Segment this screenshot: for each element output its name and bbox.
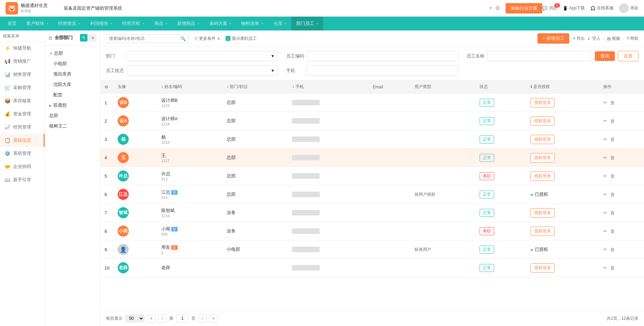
nav-tab-warehouse[interactable]: 仓库 × [269, 17, 291, 30]
dept-node-parent1[interactable]: ▼ 总部 [45, 48, 100, 59]
sidebar-item-basic[interactable]: 📋 基础信息 [0, 134, 45, 147]
nav-tab-barcode[interactable]: 条码方案 × [205, 17, 236, 30]
nav-tab-customer[interactable]: 客户联络 × [21, 17, 53, 30]
edit-icon[interactable]: ✏ [603, 136, 607, 142]
delete-icon[interactable]: 🗑 [610, 265, 615, 271]
th-dept[interactable]: ↕ 部门/职位 [223, 80, 288, 94]
close-customer-tab[interactable]: × [46, 21, 48, 26]
more-filter-btn[interactable]: ▽ 更多条件 ∧ [192, 34, 223, 43]
delete-icon[interactable]: 🗑 [610, 155, 615, 160]
delete-icon[interactable]: 🗑 [610, 192, 615, 197]
delete-icon[interactable]: 🗑 [610, 228, 615, 234]
dept-node-dispatch[interactable]: 配货 [45, 90, 100, 100]
auth-login-btn[interactable]: 授权登录 [530, 171, 555, 181]
auth-login-btn[interactable]: 授权登录 [530, 135, 555, 144]
edit-icon[interactable]: ✏ [603, 228, 607, 234]
edit-icon[interactable]: ✏ [603, 155, 607, 160]
sidebar-item-operations[interactable]: 📈 经营管理 [0, 121, 45, 134]
nav-tab-bom[interactable]: 物料清单 × [236, 17, 268, 30]
dept-edit-btn[interactable]: ✎ [80, 34, 88, 42]
last-page-btn[interactable]: » [209, 314, 218, 323]
sidebar-item-system[interactable]: ⚙️ 系统管理 [0, 147, 45, 160]
dept-node-shuanglu[interactable]: ▶ 双鹿想 [45, 100, 100, 111]
edit-icon[interactable]: ✏ [603, 118, 607, 124]
import-btn[interactable]: ↙ 导入 [588, 36, 600, 42]
online-service-item[interactable]: 🎧 在线客服 [590, 5, 614, 11]
edit-icon[interactable]: ✏ [603, 100, 607, 105]
auth-login-btn[interactable]: 授权登录 [530, 227, 555, 236]
user-item[interactable]: 用友 [619, 3, 638, 13]
sidebar-item-inventory[interactable]: 📦 库存核算 [0, 94, 45, 107]
export-btn[interactable]: ↗ 导出 [572, 36, 585, 42]
view-btn[interactable]: ▤ 视频 [607, 36, 620, 42]
nav-tab-employee[interactable]: 部门员工 × [291, 17, 323, 30]
prev-page-btn[interactable]: ‹ [158, 314, 166, 323]
status-filter-select[interactable]: ▼ [127, 65, 278, 76]
delete-icon[interactable]: 🗑 [610, 118, 615, 124]
edit-icon[interactable]: ✏ [603, 173, 607, 179]
nav-tab-profit[interactable]: 利润报告 × [85, 17, 117, 30]
app-download-item[interactable]: 📱 App下载 [563, 5, 585, 11]
close-addgoods-tab[interactable]: × [197, 21, 199, 26]
nav-tab-addgoods[interactable]: 新增商品 × [172, 17, 204, 30]
dept-node-zhishu[interactable]: 植树王二 [45, 121, 100, 131]
edit-icon[interactable]: ✏ [603, 265, 607, 271]
delete-icon[interactable]: 🗑 [610, 136, 615, 142]
page-size-select[interactable]: 50 100 200 [125, 315, 144, 322]
delete-icon[interactable]: 🗑 [610, 173, 615, 179]
first-page-btn[interactable]: « [147, 314, 155, 323]
dept-node-xiaodibu[interactable]: 小电部 [45, 59, 100, 69]
help-btn[interactable]: ? 帮助 [627, 36, 638, 42]
sidebar-item-finance[interactable]: 💰 资金管理 [0, 107, 45, 121]
message-item[interactable]: 💬 消息 5 [542, 5, 557, 11]
close-history-tab[interactable]: × [142, 21, 144, 26]
close-warehouse-tab[interactable]: × [284, 21, 287, 26]
delete-icon[interactable]: 🗑 [610, 210, 615, 215]
delete-icon[interactable]: 🗑 [610, 247, 615, 252]
system-title-dropdown[interactable]: ▼ [489, 6, 492, 10]
nav-tab-home[interactable]: 首页 [3, 17, 21, 30]
auth-login-btn[interactable]: 授权登录 [530, 263, 555, 273]
th-name[interactable]: ↕ 姓名/编码 [157, 80, 223, 94]
dept-node-shenyang[interactable]: 沈阳大库 [45, 79, 100, 90]
close-barcode-tab[interactable]: × [229, 21, 232, 26]
sidebar-item-sales[interactable]: 📊 销售管理 [0, 68, 45, 81]
dept-node-project[interactable]: 项目库房 [45, 69, 100, 79]
nav-tab-business[interactable]: 经营情况 × [53, 17, 85, 30]
set-button[interactable]: 设置 [618, 51, 638, 61]
close-bom-tab[interactable]: × [261, 21, 263, 26]
nav-tab-goods[interactable]: 商品 × [149, 17, 172, 30]
auth-login-btn[interactable]: 授权登录 [530, 153, 555, 162]
settings-icon[interactable]: ⚙ [495, 5, 500, 11]
close-goods-tab[interactable]: × [165, 21, 167, 26]
th-phone[interactable]: ↕ 手机 [288, 80, 369, 94]
close-profit-tab[interactable]: × [110, 21, 112, 26]
sidebar-item-guide[interactable]: 📖 新手引导 [0, 173, 45, 186]
add-employee-button[interactable]: + 新增员工 [537, 33, 569, 44]
trial-button[interactable]: 体验行业方案 [506, 3, 542, 14]
search-input[interactable] [109, 36, 179, 41]
phone-filter-input[interactable] [306, 65, 458, 76]
edit-icon[interactable]: ✏ [603, 192, 607, 197]
dept-filter-select[interactable]: ▼ [126, 51, 278, 61]
sidebar-item-purchase[interactable]: 🛒 采购管理 [0, 81, 45, 94]
dept-collapse-btn[interactable]: « [89, 34, 97, 42]
empname-filter-input[interactable] [487, 51, 592, 61]
query-button[interactable]: 查询 [595, 51, 615, 61]
close-employee-tab[interactable]: × [316, 21, 318, 26]
sidebar-item-collab[interactable]: 🤝 企业协同 [0, 160, 45, 173]
th-settings[interactable]: ⚙ [100, 80, 114, 94]
edit-icon[interactable]: ✏ [603, 247, 607, 252]
sidebar-item-quicknav[interactable]: ⚡ 快捷导航 [0, 42, 45, 55]
auth-login-btn[interactable]: 授权登录 [530, 98, 555, 107]
sidebar-item-marketing[interactable]: 📢 营销推广 [0, 55, 45, 68]
next-page-btn[interactable]: › [198, 314, 207, 323]
close-business-tab[interactable]: × [78, 21, 80, 26]
auth-login-btn[interactable]: 授权登录 [530, 116, 555, 126]
show-former-checkbox[interactable]: ✓ 显示离职员工 [226, 36, 257, 42]
edit-icon[interactable]: ✏ [603, 210, 607, 215]
page-number-input[interactable] [176, 314, 189, 323]
nav-tab-history[interactable]: 经营历程 × [117, 17, 149, 30]
dept-node-zongbu[interactable]: 总部 [45, 111, 100, 121]
auth-login-btn[interactable]: 授权登录 [530, 208, 555, 218]
